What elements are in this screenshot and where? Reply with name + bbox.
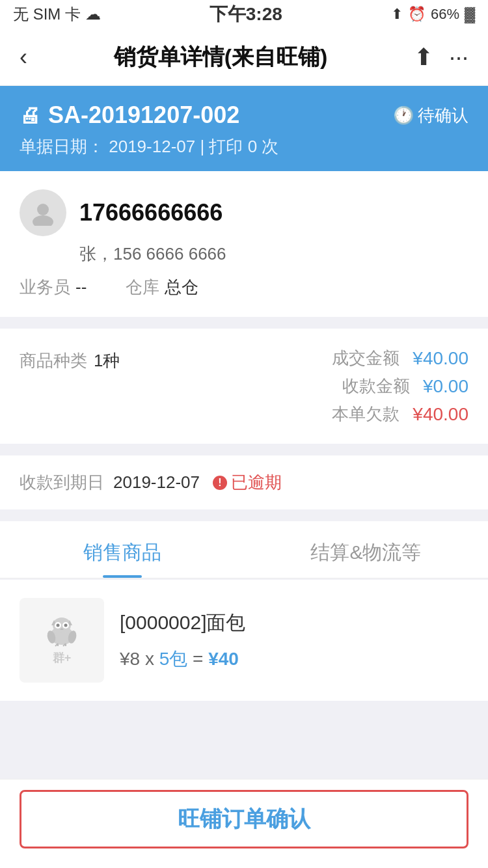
product-separator: =	[187, 649, 208, 669]
order-date-label: 单据日期：	[20, 137, 104, 156]
battery-bar: ▓	[465, 6, 475, 23]
more-button[interactable]: ···	[449, 44, 468, 71]
order-id-text: SA-20191207-002	[48, 102, 239, 129]
status-bar-right: ⬆ ⏰ 66% ▓	[391, 6, 475, 23]
back-button[interactable]: ‹	[20, 44, 27, 71]
alarm-icon: ⏰	[408, 6, 426, 23]
divider-3	[0, 511, 488, 521]
product-image: 群+	[20, 598, 104, 683]
sales-rep: 业务员 --	[20, 276, 87, 299]
order-print-info: | 打印 0 次	[200, 137, 278, 156]
tab-settlement-label: 结算&物流等	[310, 541, 421, 563]
svg-point-8	[57, 624, 60, 627]
order-status-text: 待确认	[418, 104, 468, 127]
nav-bar: ‹ 销货单详情(来自旺铺) ⬆ ···	[0, 29, 488, 86]
amount-value-1: ¥0.00	[423, 376, 468, 397]
order-id: 🖨 SA-20191207-002	[20, 102, 239, 129]
sim-status: 无 SIM 卡 ☁	[13, 4, 101, 25]
amount-label-1: 收款金额	[342, 375, 410, 398]
product-info: [0000002]面包 ¥8 x 5包 = ¥40	[120, 610, 468, 671]
sales-rep-label: 业务员	[20, 276, 70, 299]
tab-settlement[interactable]: 结算&物流等	[244, 521, 488, 578]
due-date-card: 收款到期日 2019-12-07 ! 已逾期	[0, 455, 488, 509]
tabs: 销售商品 结算&物流等	[0, 521, 488, 578]
product-qty: 5包	[159, 649, 188, 669]
overdue-badge: ! 已逾期	[213, 471, 282, 494]
page-title: 销货单详情(来自旺铺)	[114, 42, 328, 72]
order-header: 🖨 SA-20191207-002 🕐 待确认 单据日期： 2019-12-07…	[0, 86, 488, 171]
warehouse-value: 总仓	[165, 276, 198, 299]
status-bar-left: 无 SIM 卡 ☁	[13, 4, 101, 25]
customer-avatar	[20, 189, 66, 236]
amount-row-2: 本单欠款 ¥40.00	[332, 403, 468, 426]
customer-card: 17666666666 张，156 6666 6666 业务员 -- 仓库 总仓	[0, 171, 488, 317]
product-type: 商品种类 1种	[20, 347, 120, 372]
customer-name: 张，156 6666 6666	[79, 243, 468, 265]
order-date-value: 2019-12-07	[109, 137, 195, 156]
svg-point-1	[33, 215, 53, 226]
warehouse-label: 仓库	[126, 276, 159, 299]
status-clock-icon: 🕐	[393, 105, 414, 126]
order-icon: 🖨	[20, 103, 40, 128]
sales-rep-value: --	[75, 277, 87, 297]
confirm-order-button[interactable]: 旺铺订单确认	[20, 790, 468, 848]
overdue-text: 已逾期	[231, 471, 282, 494]
product-name: [0000002]面包	[120, 610, 468, 636]
product-card: 群+ [0000002]面包 ¥8 x 5包 = ¥40	[0, 580, 488, 701]
warehouse: 仓库 总仓	[126, 276, 198, 299]
bottom-bar: 旺铺订单确认	[0, 779, 488, 868]
amounts: 成交金额 ¥40.00 收款金额 ¥0.00 本单欠款 ¥40.00	[332, 347, 468, 426]
due-date-label: 收款到期日	[20, 471, 104, 494]
share-button[interactable]: ⬆	[414, 44, 433, 71]
customer-meta: 业务员 -- 仓库 总仓	[20, 276, 468, 299]
svg-point-9	[64, 624, 68, 627]
amount-row-1: 收款金额 ¥0.00	[342, 375, 468, 398]
nav-right-actions: ⬆ ···	[414, 44, 468, 71]
brand-text: 群+	[53, 650, 72, 666]
product-total: ¥40	[208, 649, 239, 669]
product-logo: 群+	[42, 615, 81, 666]
status-bar: 无 SIM 卡 ☁ 下午3:28 ⬆ ⏰ 66% ▓	[0, 0, 488, 29]
product-type-label: 商品种类	[20, 349, 87, 372]
amount-value-2: ¥40.00	[413, 404, 468, 425]
svg-point-0	[37, 204, 49, 215]
order-date-row: 单据日期： 2019-12-07 | 打印 0 次	[20, 135, 468, 158]
battery-icon: ⬆	[391, 6, 403, 23]
tab-products-label: 销售商品	[83, 541, 161, 563]
amount-label-2: 本单欠款	[332, 403, 400, 426]
divider-1	[0, 318, 488, 329]
product-type-value: 1种	[94, 349, 120, 372]
product-price: ¥8 x 5包 = ¥40	[120, 647, 468, 671]
amount-value-0: ¥40.00	[413, 348, 468, 369]
battery-level: 66%	[431, 6, 459, 23]
product-unit-price: ¥8 x	[120, 649, 159, 669]
divider-2	[0, 445, 488, 455]
overdue-icon: !	[213, 476, 227, 490]
status-bar-time: 下午3:28	[210, 2, 282, 27]
order-status: 🕐 待确认	[393, 104, 468, 127]
due-date-value: 2019-12-07	[113, 472, 200, 493]
tab-products[interactable]: 销售商品	[0, 521, 244, 578]
summary-card: 商品种类 1种 成交金额 ¥40.00 收款金额 ¥0.00 本单欠款 ¥40.…	[0, 329, 488, 444]
amount-label-0: 成交金额	[332, 347, 400, 370]
amount-row-0: 成交金额 ¥40.00	[332, 347, 468, 370]
customer-phone: 17666666666	[79, 199, 223, 226]
